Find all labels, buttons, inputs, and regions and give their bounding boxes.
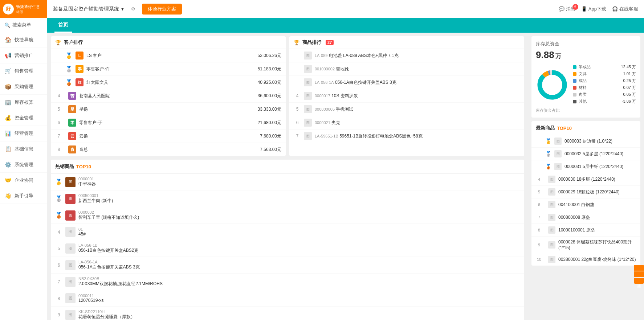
hot-prod-code: 0000001 (78, 177, 520, 181)
hot-product-row: 🥇 图 0000001 中华神器 (51, 174, 524, 190)
np-thumbnail: 图 (554, 150, 562, 157)
basic-info-icon: 📋 (4, 146, 12, 152)
nav-operations[interactable]: 📊 经营管理 (0, 126, 47, 141)
system-title: 装备及固定资产辅助管理系统 (53, 6, 119, 12)
np-thumbnail: 图 (548, 176, 555, 183)
page-header: 首页 (47, 18, 644, 33)
customer-name: LS 客户 (86, 53, 255, 59)
customer-service-panel: 客服热线 服务社区 直播 (634, 265, 644, 284)
cs-hotline[interactable]: 客服热线 (634, 265, 644, 271)
nav-finance[interactable]: 💰 资金管理 (0, 110, 47, 126)
hot-prod-thumbnail: 图 (65, 177, 76, 187)
product-rank-row: 图 001000002 雪地靴 (289, 62, 524, 76)
np-thumbnail: 图 (548, 241, 555, 249)
legend-value: 0.07 万 (623, 85, 636, 90)
customer-amount: 33,333.00元 (258, 106, 281, 112)
prod-rank-number: 6 (294, 120, 301, 125)
inventory-value: 9.88 (536, 49, 554, 60)
legend-label: 材料 (579, 85, 621, 90)
hot-rank-num: 7 (58, 279, 60, 284)
cs-live[interactable]: 直播 (634, 278, 644, 284)
np-medal: 🥇 (545, 138, 551, 144)
prod-name: 59651-1B旋转投影灯电池盒ABS黑色+58克 (339, 134, 422, 139)
search-menu[interactable]: 🔍 搜索菜单 (0, 18, 47, 32)
legend-label: 文具 (579, 71, 621, 77)
np-thumbnail: 图 (548, 226, 555, 234)
phone-icon: 📱 (581, 6, 587, 12)
customer-rank-row: 5 星 星扬 33,333.00元 (51, 103, 286, 116)
rank-number: 8 (55, 147, 62, 152)
system-title-dropdown[interactable]: 装备及固定资产辅助管理系统 ▼ (53, 6, 125, 12)
rank-avatar: L (76, 52, 83, 60)
nav-cooperation[interactable]: 🤝 企业协同 (0, 173, 47, 188)
np-name: 白钢垫 (581, 202, 594, 207)
sales-icon: 🛒 (4, 68, 12, 74)
product-ranking-header: 🏆 商品排行 27 (289, 36, 524, 49)
inventory-unit: 万 (555, 53, 561, 59)
home-tab[interactable]: 首页 (54, 18, 72, 33)
new-product-row: 6 图 004100001 白钢垫 (531, 198, 640, 211)
nav-inventory[interactable]: 🏢 库存核算 (0, 95, 47, 110)
legend-dot (573, 72, 576, 76)
rank-avatar: 星 (68, 105, 76, 113)
new-product-row: 🥇 图 0000033 封边带 (1.0*22) (531, 135, 640, 148)
notifications-button[interactable]: 💬 消息 6 (559, 6, 575, 12)
legend-dot (573, 65, 576, 69)
nav-quick-nav[interactable]: 🏠 快捷导航 (0, 32, 47, 48)
customer-amount: 36,600.00元 (258, 93, 281, 99)
prod-name: 雪地靴 (336, 66, 349, 71)
nav-marketing[interactable]: 📢 营销推广 (0, 48, 47, 63)
guide-icon: 👋 (4, 193, 12, 199)
customer-rank-row: 🥇 L LS 客户 53,006.26元 (51, 49, 286, 62)
rank-avatar: 肖 (68, 145, 76, 153)
legend-item: 其他 -3.86 万 (573, 99, 636, 104)
customer-amount: 51,183.00元 (258, 66, 281, 72)
nav-basic-info[interactable]: 📋 基础信息 (0, 141, 47, 157)
topbar: 装备及固定资产辅助管理系统 ▼ ⚙ 体验行业方案 💬 消息 6 📱 App下载 … (47, 0, 644, 18)
settings-button[interactable]: ⚙ (128, 4, 138, 14)
nav-purchase[interactable]: 📦 采购管理 (0, 79, 47, 95)
np-code: 0000029 (558, 189, 575, 194)
rank-medal: 🥈 (65, 66, 73, 73)
nav-sales[interactable]: 🛒 销售管理 (0, 63, 47, 79)
np-code: 000800008 (558, 215, 580, 220)
hot-prod-code: KK-SD22110H (78, 309, 520, 314)
new-product-row: 🥈 图 0000032 5层多层 (1220*2440) (531, 148, 640, 160)
new-product-row: 7 图 000800008 原垒 (531, 211, 640, 224)
prod-rank-number: 4 (294, 93, 301, 98)
np-code: 10000100001 (558, 227, 585, 233)
np-thumbnail: 图 (554, 138, 562, 145)
legend-label: 其他 (579, 99, 620, 104)
legend-dot (573, 79, 576, 83)
hot-prod-thumbnail: 图 (65, 194, 76, 204)
hot-rank: 🥉 (55, 212, 62, 219)
inventory-icon: 🏢 (4, 99, 12, 106)
product-rank-row: 4 图 0000017 10S 变料罗浆 (289, 89, 524, 103)
hot-prod-thumbnail: 图 (65, 293, 76, 303)
cs-community[interactable]: 服务社区 (634, 271, 644, 277)
rank-avatar: 零 (68, 119, 76, 127)
nav-guide[interactable]: 👋 新手引导 (0, 188, 47, 204)
np-rank-number: 8 (536, 228, 542, 232)
logo-text: 畅捷通好生意 标版 (16, 4, 40, 14)
finance-icon: 💰 (4, 115, 12, 121)
hot-prod-thumbnail: 图 (65, 210, 76, 221)
hot-rank: 8 (55, 296, 62, 301)
app-logo: 好 畅捷通好生意 标版 (0, 0, 47, 18)
prod-thumbnail: 图 (304, 65, 312, 73)
np-rank-number: 4 (536, 177, 542, 181)
hot-product-row: 9 图 KK-SD22110H 花语萌恒温分腿睡袋（厚款） (51, 307, 524, 320)
hot-prod-name: 2.0X30MM双摆花轴,摆花直径2.1MM/ROHS (78, 281, 520, 287)
hot-product-row: 6 图 LA-056-1A 056-1A白色按键开关盖ABS 3克 (51, 257, 524, 274)
customer-rank-row: 🥈 零 零售客户-许 51,183.00元 (51, 62, 286, 76)
customer-name: 肖总 (79, 147, 257, 153)
nav-system[interactable]: ⚙️ 系统管理 (0, 157, 47, 173)
np-thumbnail: 图 (554, 163, 562, 170)
np-code: 0000030 (558, 177, 575, 182)
online-service-button[interactable]: 🎧 在线客服 (612, 6, 638, 12)
hot-rank: 🥇 (55, 179, 62, 185)
notification-badge: 6 (572, 4, 578, 10)
trial-button[interactable]: 体验行业方案 (142, 4, 182, 15)
app-download-button[interactable]: 📱 App下载 (581, 6, 606, 12)
customer-rank-row: 8 肖 肖总 7,563.00元 (51, 143, 286, 156)
